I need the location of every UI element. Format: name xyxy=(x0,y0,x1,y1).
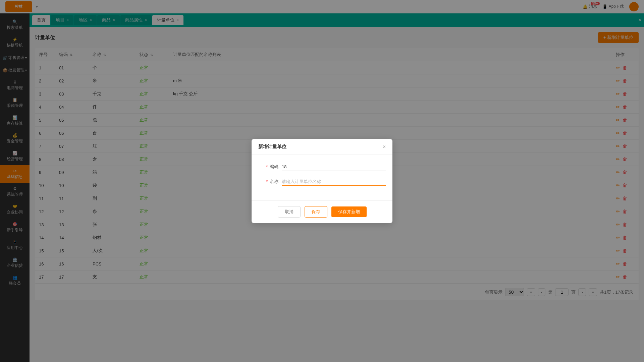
code-input[interactable] xyxy=(282,163,386,171)
modal-title: 新增计量单位 xyxy=(258,144,286,150)
cancel-button[interactable]: 取消 xyxy=(278,206,301,218)
modal-overlay: 新增计量单位 × * 编码 * 名称 取消 保存 保存并新增 xyxy=(0,0,644,362)
add-unit-modal: 新增计量单位 × * 编码 * 名称 取消 保存 保存并新增 xyxy=(252,139,392,223)
code-form-row: * 编码 xyxy=(258,163,386,171)
name-label: * 名称 xyxy=(258,179,278,185)
modal-header: 新增计量单位 × xyxy=(252,139,392,155)
name-label-text: 名称 xyxy=(270,179,278,184)
modal-close-btn[interactable]: × xyxy=(383,144,386,150)
name-input[interactable] xyxy=(282,178,386,186)
modal-body: * 编码 * 名称 xyxy=(252,155,392,200)
code-label: * 编码 xyxy=(258,164,278,170)
code-label-text: 编码 xyxy=(270,164,278,169)
save-and-new-button[interactable]: 保存并新增 xyxy=(331,206,367,217)
save-button[interactable]: 保存 xyxy=(305,206,327,218)
name-form-row: * 名称 xyxy=(258,178,386,186)
name-required-mark: * xyxy=(266,179,268,184)
modal-footer: 取消 保存 保存并新增 xyxy=(252,200,392,223)
code-required-mark: * xyxy=(266,164,268,169)
